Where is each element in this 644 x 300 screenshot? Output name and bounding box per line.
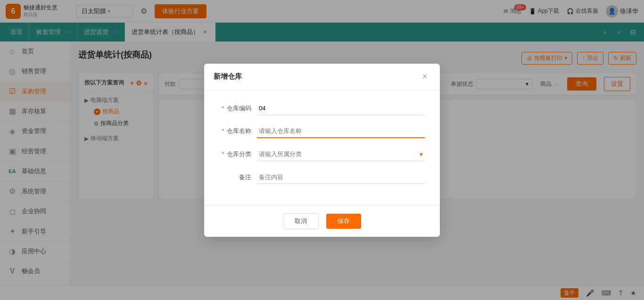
remark-label: 备注 [219,173,257,182]
add-warehouse-dialog: 新增仓库 × * 仓库编码 * 仓库名称 [204,64,440,237]
form-row-category: * 仓库分类 ▾ [219,148,425,161]
save-button[interactable]: 保存 [326,214,361,229]
dialog-title: 新增仓库 [214,72,242,81]
required-star: * [222,105,224,112]
category-label: * 仓库分类 [219,150,257,158]
category-arrow-icon: ▾ [420,150,423,158]
warehouse-name-input[interactable] [257,125,425,138]
code-label: * 仓库编码 [219,104,257,113]
dialog-body: * 仓库编码 * 仓库名称 * 仓库分类 [204,91,440,205]
dialog-header: 新增仓库 × [204,64,440,91]
form-row-code: * 仓库编码 [219,102,425,115]
required-star-cat: * [222,150,224,158]
remark-input[interactable] [257,171,425,184]
required-star-name: * [222,127,224,134]
category-select-input[interactable] [259,150,420,158]
modal-overlay: 新增仓库 × * 仓库编码 * 仓库名称 [0,0,644,300]
warehouse-code-input[interactable] [257,102,425,115]
form-row-name: * 仓库名称 [219,125,425,138]
category-select[interactable]: ▾ [257,148,425,161]
name-label: * 仓库名称 [219,127,257,135]
form-row-remark: 备注 [219,171,425,184]
dialog-footer: 取消 保存 [204,205,440,237]
dialog-close-icon[interactable]: × [419,71,430,83]
cancel-button[interactable]: 取消 [283,213,319,229]
